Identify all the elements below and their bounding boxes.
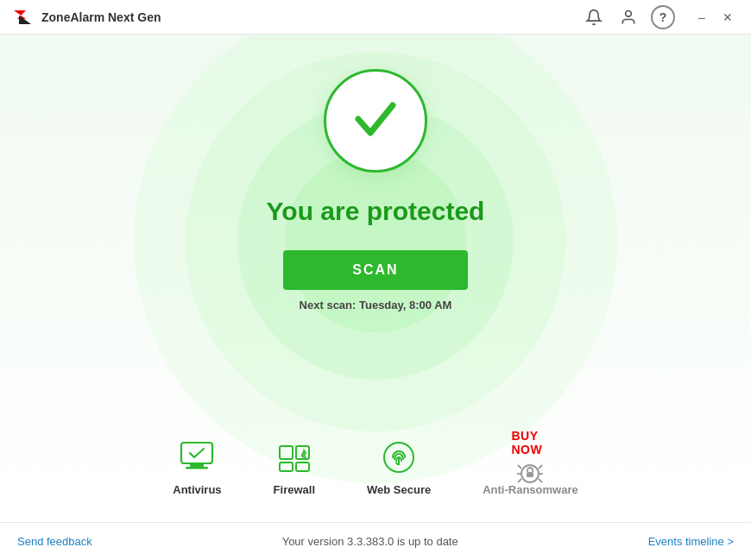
feature-anti-ransomware[interactable]: BUY NOW Anti- [483, 438, 578, 496]
anti-ransomware-icon: BUY NOW [511, 438, 549, 476]
svg-rect-3 [181, 443, 212, 463]
status-circle [324, 69, 427, 173]
svg-rect-5 [186, 467, 208, 469]
next-scan-label: Next scan: [300, 299, 357, 311]
status-text: You are protected [267, 197, 485, 226]
scan-button[interactable]: SCAN [283, 250, 467, 290]
buy-now-badge: BUY NOW [511, 429, 549, 456]
bell-icon [585, 9, 603, 26]
svg-rect-10 [296, 462, 309, 471]
header-icons: ? [582, 5, 675, 29]
main-content: You are protected SCAN Next scan: Tuesda… [0, 35, 751, 522]
svg-line-14 [539, 465, 542, 469]
send-feedback-button[interactable]: Send feedback [17, 535, 92, 548]
svg-rect-7 [280, 446, 293, 459]
title-bar: ZoneAlarm Next Gen ? – ✕ [0, 0, 751, 35]
anti-ransomware-label: Anti-Ransomware [483, 483, 578, 496]
help-icon: ? [659, 10, 667, 24]
svg-rect-9 [280, 462, 293, 471]
features-row: Antivirus Firewall [0, 438, 751, 496]
feature-web-secure[interactable]: Web Secure [367, 438, 431, 496]
events-timeline-button[interactable]: Events timeline > [648, 535, 734, 548]
notification-button[interactable] [582, 5, 606, 29]
app-title: ZoneAlarm Next Gen [41, 10, 161, 24]
app-logo-icon [10, 5, 35, 29]
web-secure-label: Web Secure [367, 483, 431, 496]
firewall-icon [275, 438, 313, 476]
next-scan-value: Tuesday, 8:00 AM [359, 299, 451, 311]
person-icon [620, 9, 637, 26]
svg-point-2 [626, 10, 632, 16]
antivirus-icon [178, 438, 216, 476]
help-button[interactable]: ? [651, 5, 675, 29]
antivirus-label: Antivirus [173, 483, 221, 496]
account-button[interactable] [616, 5, 641, 29]
svg-line-18 [539, 479, 542, 482]
next-scan-info: Next scan: Tuesday, 8:00 AM [300, 299, 452, 311]
close-button[interactable]: ✕ [715, 4, 741, 30]
feature-antivirus[interactable]: Antivirus [173, 438, 221, 496]
svg-rect-4 [190, 463, 204, 467]
web-secure-icon [380, 438, 418, 476]
svg-line-13 [518, 465, 521, 469]
version-status: Your version 3.3.383.0 is up to date [282, 535, 458, 548]
title-bar-left: ZoneAlarm Next Gen [10, 5, 161, 29]
protected-section: You are protected SCAN Next scan: Tuesda… [267, 69, 485, 311]
footer: Send feedback Your version 3.3.383.0 is … [0, 522, 751, 560]
feature-firewall[interactable]: Firewall [274, 438, 315, 496]
firewall-label: Firewall [274, 483, 315, 496]
checkmark-icon [348, 90, 403, 153]
svg-rect-19 [527, 472, 533, 477]
minimize-button[interactable]: – [689, 4, 715, 30]
svg-line-17 [518, 479, 521, 482]
